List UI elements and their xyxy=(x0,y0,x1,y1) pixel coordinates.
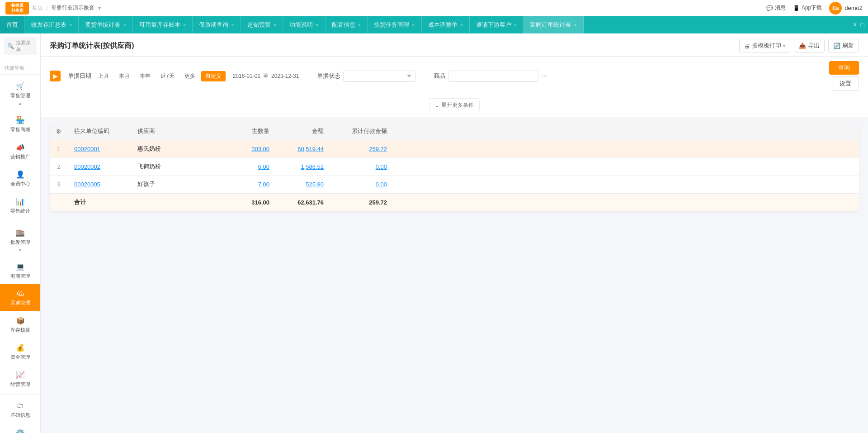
refresh-button[interactable]: 🔄 刷新 xyxy=(828,39,859,52)
date-to: 2023-12-31 xyxy=(271,73,299,79)
tab-gongngshuoming[interactable]: 功能说明 × xyxy=(283,16,325,33)
tab-chaochuyujing[interactable]: 超储预警 × xyxy=(241,16,283,33)
basic-icon: 🗂 xyxy=(17,402,24,410)
row-qty[interactable]: 7.00 xyxy=(222,176,276,194)
tab-caigoudingdan[interactable]: 采购订单统计表 × xyxy=(524,16,583,33)
sidebar-item-ecommerce[interactable]: 💻 电商管理 xyxy=(0,257,40,284)
row-code[interactable]: 00020005 xyxy=(68,176,131,194)
row-index: 1 xyxy=(50,140,68,158)
divider xyxy=(0,394,40,395)
app-download-button[interactable]: 📱 App下载 xyxy=(793,4,822,12)
row-code[interactable]: 00020001 xyxy=(68,140,131,158)
shortcut-custom[interactable]: 自定义 xyxy=(201,71,226,81)
setting-button[interactable]: 设置 xyxy=(832,76,859,91)
expand-label: 展开更多条件 xyxy=(441,101,474,109)
tab-keyongliang[interactable]: 可用量库存账本 × xyxy=(133,16,193,33)
col-header-qty: 主数量 xyxy=(222,123,276,140)
sidebar-label: 采购管理 xyxy=(10,300,30,306)
sidebar-item-system[interactable]: ⚙️ 系统管理 xyxy=(0,423,40,433)
tab-close-icon[interactable]: × xyxy=(231,22,234,28)
sidebar-item-wholesale[interactable]: 🏬 批发管理 ▼ xyxy=(0,223,40,257)
tab-yaoqingxiayouke[interactable]: 邀请下游客户 × xyxy=(470,16,524,33)
window-close-button[interactable]: × xyxy=(853,21,857,29)
sidebar-item-retail-stat[interactable]: 📊 零售统计 xyxy=(0,192,40,219)
goods-more-icon[interactable]: ··· xyxy=(541,72,547,80)
tab-label: 采购订单统计表 xyxy=(530,21,571,29)
row-qty[interactable]: 6.00 xyxy=(222,158,276,176)
export-button[interactable]: 📤 导出 xyxy=(794,39,825,52)
row-qty[interactable]: 303.00 xyxy=(222,140,276,158)
row-empty xyxy=(393,158,859,176)
shortcut-7days[interactable]: 近7天 xyxy=(156,71,179,81)
tab-close-icon[interactable]: × xyxy=(412,22,415,28)
tab-shoufahuizong[interactable]: 收发存汇总表 × xyxy=(25,16,79,33)
tab-close-icon[interactable]: × xyxy=(574,22,576,28)
filter-collapse-button[interactable]: ▶ xyxy=(50,71,61,81)
query-button[interactable]: 查询 xyxy=(829,61,859,75)
sidebar-item-operation[interactable]: 📈 经营管理 xyxy=(0,365,40,392)
col-header-supplier: 供应商 xyxy=(131,123,222,140)
system-icon: ⚙️ xyxy=(16,428,25,433)
tab-peizhixinxi[interactable]: 配置信息 × xyxy=(326,16,368,33)
shortcut-more[interactable]: 更多 xyxy=(180,71,199,81)
footer-empty1 xyxy=(50,193,68,211)
breadcrumb: 母婴行业演示账套 xyxy=(51,4,94,12)
shortcut-this-year[interactable]: 本年 xyxy=(136,71,155,81)
tab-label: 成本调整单 xyxy=(428,21,458,29)
message-button[interactable]: 💬 消息 xyxy=(766,4,786,12)
row-code[interactable]: 00020002 xyxy=(68,158,131,176)
sidebar-item-inventory[interactable]: 📦 库存核算 xyxy=(0,311,40,338)
tab-close-icon[interactable]: × xyxy=(123,22,126,28)
app-download-label: App下载 xyxy=(802,4,822,12)
sidebar-item-marketing[interactable]: 📣 营销推广 xyxy=(0,138,40,165)
tab-close-icon[interactable]: × xyxy=(316,22,318,28)
tab-close-icon[interactable]: × xyxy=(183,22,186,28)
tab-close-icon[interactable]: × xyxy=(514,22,517,28)
row-supplier: 好孩子 xyxy=(131,176,222,194)
tab-close-icon[interactable]: × xyxy=(69,22,72,28)
tab-yaohuodantongji[interactable]: 要货单统计表 × xyxy=(79,16,132,33)
goods-input[interactable] xyxy=(448,71,538,82)
sidebar-item-retail-management[interactable]: 🛒 零售管理 ▲ xyxy=(0,76,40,110)
row-empty xyxy=(393,140,859,158)
shortcut-this-month[interactable]: 本月 xyxy=(115,71,134,81)
tab-close-icon[interactable]: × xyxy=(358,22,361,28)
sidebar-item-basic[interactable]: 🗂 基础信息 xyxy=(0,396,40,423)
tab-close-icon[interactable]: × xyxy=(274,22,276,28)
expand-more-button[interactable]: ⌄ 展开更多条件 xyxy=(429,98,480,112)
print-label: 按模板打印 xyxy=(752,42,781,50)
status-select[interactable] xyxy=(343,71,415,82)
row-amount[interactable]: 1,586.52 xyxy=(276,158,330,176)
date-filter-label: 单据日期 xyxy=(68,72,91,80)
row-amount[interactable]: 60,519.44 xyxy=(276,140,330,158)
row-paid[interactable]: 0.00 xyxy=(330,176,393,194)
status-filter: 单据状态 xyxy=(317,71,415,82)
sidebar-item-purchase[interactable]: 🛍 采购管理 xyxy=(0,284,40,311)
divider xyxy=(0,60,40,60)
sidebar-item-retail-shop[interactable]: 🏪 零售商城 xyxy=(0,110,40,138)
expand-icon: ▲ xyxy=(18,101,23,106)
row-paid[interactable]: 259.72 xyxy=(330,140,393,158)
row-amount[interactable]: 525.80 xyxy=(276,176,330,194)
table-container: ⚙ 往来单位编码 供应商 主数量 金额 累计付款金额 1 00020001 惠氏… xyxy=(41,123,868,433)
tab-baozhouqi[interactable]: 保质期查询 × xyxy=(193,16,241,33)
tab-paihuorenwu[interactable]: 拣货任务管理 × xyxy=(368,16,421,33)
tab-home[interactable]: 首页 xyxy=(0,16,25,33)
retail-icon: 🛒 xyxy=(16,82,25,90)
window-maximize-button[interactable]: □ xyxy=(861,21,864,29)
row-paid[interactable]: 0.00 xyxy=(330,158,393,176)
shortcut-last-month[interactable]: 上月 xyxy=(94,71,113,81)
sidebar-label: 电商管理 xyxy=(10,273,30,280)
top-bar: 畅捷通好生意 标版 | 母婴行业演示账套 ▾ 💬 消息 📱 App下载 Ea d… xyxy=(0,0,868,16)
settings-icon[interactable]: ⚙ xyxy=(56,128,61,135)
print-button[interactable]: 🖨 按模板打印 ▾ xyxy=(739,39,790,52)
tab-chengbentiaozhen[interactable]: 成本调整单 × xyxy=(422,16,470,33)
print-icon: 🖨 xyxy=(744,43,750,49)
sidebar-item-member[interactable]: 👤 会员中心 xyxy=(0,165,40,192)
date-shortcuts: 上月 本月 本年 近7天 更多 自定义 xyxy=(94,71,226,81)
tab-label: 保质期查询 xyxy=(199,21,228,29)
search-menu-button[interactable]: 🔍 搜索菜单 xyxy=(4,37,37,55)
tab-close-icon[interactable]: × xyxy=(460,22,463,28)
sidebar-item-capital[interactable]: 💰 资金管理 xyxy=(0,338,40,365)
row-supplier: 惠氏奶粉 xyxy=(131,140,222,158)
